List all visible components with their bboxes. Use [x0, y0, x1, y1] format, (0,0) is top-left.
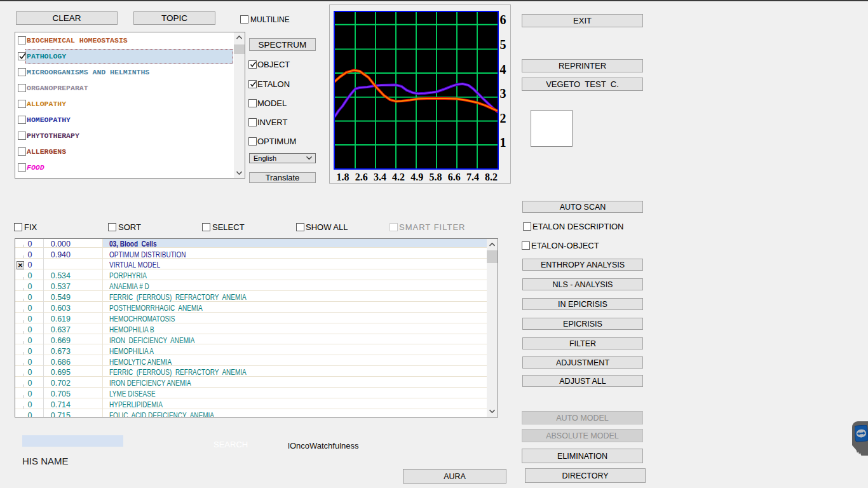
svg-text:5: 5: [500, 37, 506, 51]
svg-text:2.6: 2.6: [355, 172, 368, 182]
svg-text:1.8: 1.8: [337, 172, 349, 182]
svg-text:4.9: 4.9: [410, 172, 423, 182]
svg-text:3.4: 3.4: [374, 172, 386, 182]
svg-text:6.6: 6.6: [448, 172, 461, 182]
svg-text:8.2: 8.2: [485, 172, 498, 182]
svg-text:6: 6: [500, 13, 506, 27]
svg-text:2: 2: [500, 111, 506, 125]
svg-text:4.2: 4.2: [392, 172, 405, 182]
svg-text:4: 4: [500, 62, 506, 76]
svg-text:3: 3: [500, 86, 506, 100]
svg-text:7.4: 7.4: [466, 172, 479, 182]
svg-text:5.8: 5.8: [430, 172, 442, 182]
svg-text:1: 1: [500, 135, 506, 149]
